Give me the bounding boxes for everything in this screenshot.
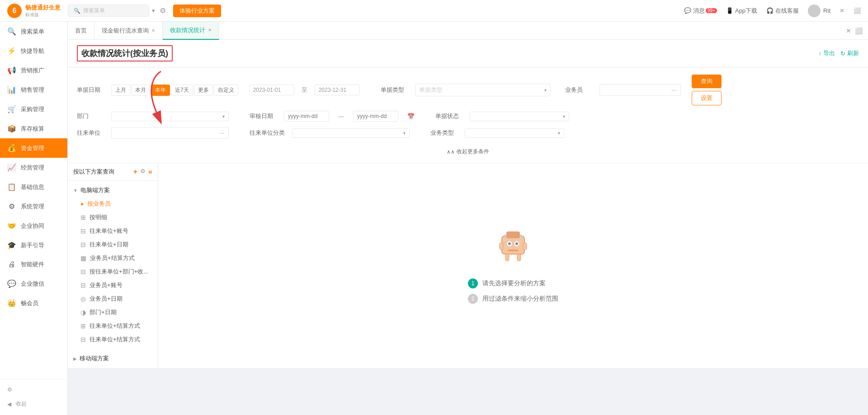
sidebar-item-purchase[interactable]: 🛒 采购管理 <box>0 99 67 119</box>
svg-rect-10 <box>517 254 521 261</box>
sidebar-item-label: 基础信息 <box>21 183 44 191</box>
scheme-section-pc-title[interactable]: ▼ 电脑端方案 <box>68 184 158 197</box>
online-service-btn[interactable]: 🎧 在线客服 <box>766 7 799 15</box>
sidebar-item-label: 系统管理 <box>21 203 44 211</box>
date-from-input[interactable] <box>249 85 294 95</box>
scheme-item-partner-settlement2[interactable]: ⊟ 往来单位+结算方式 <box>68 333 158 346</box>
search-input[interactable]: 🔍 搜索菜单 <box>68 5 149 17</box>
scheme-add-icon[interactable]: + <box>133 168 137 176</box>
tab-bar-right: ✕ ⬜ <box>840 27 868 34</box>
scheme-item-salesperson-settlement[interactable]: ▦ 业务员+结算方式 <box>68 251 158 265</box>
scheme-item-label: 往来单位+结算方式 <box>90 322 140 330</box>
tab-cash-flow[interactable]: 现金银行流水查询 ✕ <box>94 22 163 40</box>
sidebar-item-management[interactable]: 📈 经营管理 <box>0 158 67 177</box>
settings-icon[interactable]: ⚙ <box>160 6 166 15</box>
sidebar-item-member[interactable]: 👑 畅会员 <box>0 293 67 313</box>
tab-close-icon[interactable]: ✕ <box>208 28 212 33</box>
sidebar-item-sales[interactable]: 📊 销售管理 <box>0 80 67 99</box>
counterpart-class-label: 往来单位分类 <box>250 129 285 137</box>
sidebar-item-quicknav[interactable]: ⚡ 快捷导航 <box>0 41 67 61</box>
date-to-input[interactable] <box>315 85 360 95</box>
doc-type-value: 单据类型 <box>419 86 443 94</box>
sidebar-item-wechat[interactable]: 💬 企业微信 <box>0 274 67 293</box>
dept-select[interactable]: ▾ <box>111 112 229 121</box>
sidebar-item-search[interactable]: 🔍 搜索菜单 <box>0 22 67 41</box>
scheme-item-salesperson-account[interactable]: ⊟ 业务员+账号 <box>68 278 158 292</box>
sidebar-settings-btn[interactable]: ⚙ <box>0 383 67 396</box>
query-btn[interactable]: 查询 <box>692 75 722 88</box>
close-window-icon[interactable]: ✕ <box>840 7 844 14</box>
svg-rect-12 <box>520 235 522 238</box>
salesperson-more-icon[interactable]: ··· <box>671 86 677 94</box>
scheme-item-label: 按业务员 <box>87 200 111 208</box>
setting-btn[interactable]: 设置 <box>692 91 722 105</box>
counterpart-class-select[interactable]: ▾ <box>292 128 410 138</box>
biz-type-select[interactable]: ▾ <box>465 128 564 138</box>
logo-text-block: 畅捷通好生意 标准版 <box>25 4 61 18</box>
date-btn-this-year[interactable]: 本年 <box>151 85 170 96</box>
export-btn[interactable]: ↑ 导出 <box>819 49 835 57</box>
tab-close-all-icon[interactable]: ✕ <box>846 27 851 34</box>
app-download-btn[interactable]: 📱 App下载 <box>726 7 757 15</box>
sidebar-item-finance[interactable]: 💰 资金管理 <box>0 138 67 158</box>
tab-home[interactable]: 首页 <box>68 22 94 40</box>
date-btn-more[interactable]: 更多 <box>194 85 213 96</box>
sidebar-item-hardware[interactable]: 🖨 智能硬件 <box>0 255 67 274</box>
scheme-item-detail[interactable]: ⊞ 按明细 <box>68 211 158 224</box>
management-icon: 📈 <box>7 163 16 172</box>
scheme-item-salesperson[interactable]: ● 按业务员 <box>68 197 158 211</box>
scheme-item-partner-dept[interactable]: ⊟ 按往来单位+部门+收... <box>68 265 158 278</box>
filter-panel: 单据日期 上月 本月 本年 近7天 更多 自定义 至 单据类型 单据类型 ▾ 业 <box>68 67 868 163</box>
scheme-panel: 按以下方案查询 + ⚙ « ▼ 电脑端方案 ● 按业务员 <box>68 163 158 368</box>
audit-date-calendar-icon[interactable]: 📅 <box>407 113 415 120</box>
scheme-item-partner-date[interactable]: ⊟ 往来单位+日期 <box>68 238 158 251</box>
scheme-header-actions: + ⚙ « <box>133 168 152 176</box>
sidebar-item-system[interactable]: ⚙ 系统管理 <box>0 197 67 216</box>
sidebar-item-basic-info[interactable]: 📋 基础信息 <box>0 177 67 197</box>
date-btn-custom[interactable]: 自定义 <box>214 85 238 96</box>
logo-icon: 6 <box>7 4 22 18</box>
svg-point-5 <box>515 242 518 245</box>
scheme-item-partner-settlement1[interactable]: ⊞ 往来单位+结算方式 <box>68 319 158 333</box>
sidebar-item-collab[interactable]: 🤝 企业协同 <box>0 216 67 236</box>
restore-window-icon[interactable]: ⬜ <box>854 7 861 14</box>
date-btn-7days[interactable]: 近7天 <box>171 85 193 96</box>
sidebar-collapse-btn[interactable]: ◀ 收起 <box>0 396 67 411</box>
refresh-btn[interactable]: ↻ 刷新 <box>840 49 859 57</box>
counterpart-select[interactable]: ··· <box>111 127 229 139</box>
member-icon: 👑 <box>7 299 16 307</box>
tab-collection-stats[interactable]: 收款情况统计 ✕ <box>163 22 219 40</box>
collapse-bar[interactable]: ∧∧ 收起更多条件 <box>77 144 859 159</box>
system-icon: ⚙ <box>7 202 16 211</box>
audit-date-from[interactable] <box>284 111 329 122</box>
messages-btn[interactable]: 💬 消息 99+ <box>684 7 717 15</box>
counterpart-more-icon[interactable]: ··· <box>219 129 225 137</box>
scheme-icon-partner-account: ⊟ <box>80 227 86 235</box>
svg-rect-11 <box>504 235 506 238</box>
top-bar-right: 💬 消息 99+ 📱 App下载 🎧 在线客服 Rit ✕ ⬜ <box>684 5 861 17</box>
date-btn-this-month[interactable]: 本月 <box>131 85 150 96</box>
scheme-item-partner-account[interactable]: ⊟ 往来单位+账号 <box>68 224 158 238</box>
scheme-icon-detail: ⊞ <box>80 214 86 221</box>
sidebar-item-guide[interactable]: 🎓 新手引导 <box>0 236 67 255</box>
date-btn-last-month[interactable]: 上月 <box>111 85 130 96</box>
sidebar-item-label: 智能硬件 <box>21 260 44 269</box>
sidebar-item-marketing[interactable]: 📢 营销推广 <box>0 61 67 80</box>
scheme-section-mobile-title[interactable]: ▶ 移动端方案 <box>68 352 158 365</box>
scheme-item-dept-date[interactable]: ◑ 部门+日期 <box>68 306 158 319</box>
search-dropdown-icon[interactable]: ▾ <box>152 7 155 14</box>
trial-btn[interactable]: 体验行业方案 <box>173 5 221 17</box>
sidebar-item-label: 搜索菜单 <box>21 28 44 36</box>
svg-rect-7 <box>500 243 503 250</box>
scheme-item-salesperson-date[interactable]: ◎ 业务员+日期 <box>68 292 158 306</box>
scheme-collapse-icon[interactable]: « <box>148 168 152 176</box>
tab-maximize-icon[interactable]: ⬜ <box>855 27 863 34</box>
doc-status-select[interactable]: ▾ <box>470 112 569 121</box>
tab-close-icon[interactable]: ✕ <box>151 28 155 33</box>
refresh-icon: ↻ <box>840 50 845 57</box>
doc-type-select[interactable]: 单据类型 ▾ <box>415 84 551 96</box>
sidebar-item-inventory[interactable]: 📦 库存核算 <box>0 119 67 138</box>
salesperson-select[interactable]: ··· <box>599 84 681 96</box>
scheme-settings-icon[interactable]: ⚙ <box>140 168 146 176</box>
audit-date-to[interactable] <box>353 111 398 122</box>
